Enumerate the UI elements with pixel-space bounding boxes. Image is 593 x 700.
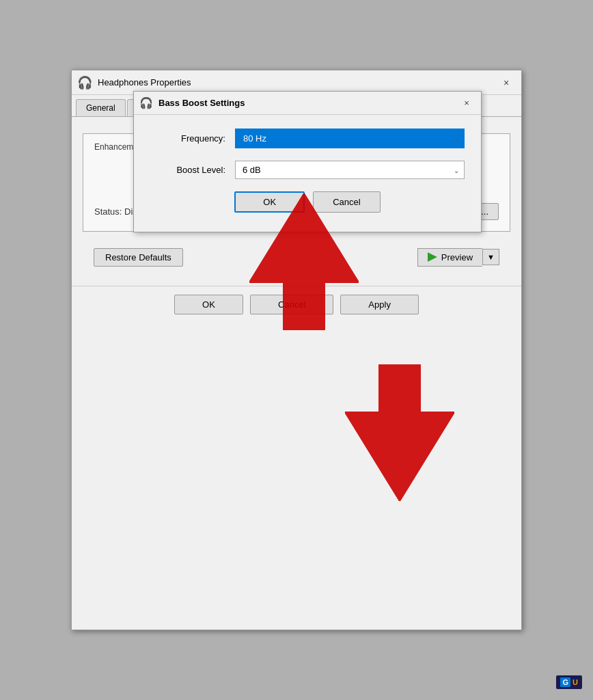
boost-level-label: Boost Level: — [150, 165, 225, 175]
watermark: G U — [556, 675, 582, 689]
svg-marker-1 — [345, 364, 454, 501]
frequency-field: Frequency: 80 Hz 100 Hz 125 Hz ⌄ — [150, 129, 465, 148]
dialog-ok-button[interactable]: OK — [234, 191, 305, 213]
frequency-select-wrapper: 80 Hz 100 Hz 125 Hz ⌄ — [235, 129, 465, 148]
dialog-title-bar: 🎧 Bass Boost Settings × — [134, 92, 481, 115]
main-window: 🎧 Headphones Properties × General Levels… — [71, 70, 522, 630]
dialog-title: Bass Boost Settings — [158, 98, 458, 108]
frequency-select[interactable]: 80 Hz 100 Hz 125 Hz — [235, 129, 465, 148]
dialog-overlay: 🎧 Bass Boost Settings × Frequency: 80 Hz… — [72, 70, 521, 630]
watermark-u: U — [573, 678, 578, 686]
dialog-buttons: OK Cancel — [150, 191, 465, 218]
red-arrow-down — [345, 364, 454, 501]
boost-level-field: Boost Level: 6 dB 3 dB 9 dB 12 dB ⌄ — [150, 161, 465, 179]
dialog-close-button[interactable]: × — [458, 94, 475, 112]
dialog-cancel-button[interactable]: Cancel — [313, 191, 380, 213]
bass-boost-dialog: 🎧 Bass Boost Settings × Frequency: 80 Hz… — [133, 91, 482, 232]
dialog-content: Frequency: 80 Hz 100 Hz 125 Hz ⌄ Boo — [134, 115, 481, 232]
boost-level-select-wrapper: 6 dB 3 dB 9 dB 12 dB ⌄ — [235, 161, 465, 179]
boost-level-select[interactable]: 6 dB 3 dB 9 dB 12 dB — [235, 161, 465, 179]
frequency-label: Frequency: — [150, 133, 225, 144]
dialog-headphones-icon: 🎧 — [139, 96, 153, 109]
watermark-g: G — [560, 677, 570, 687]
